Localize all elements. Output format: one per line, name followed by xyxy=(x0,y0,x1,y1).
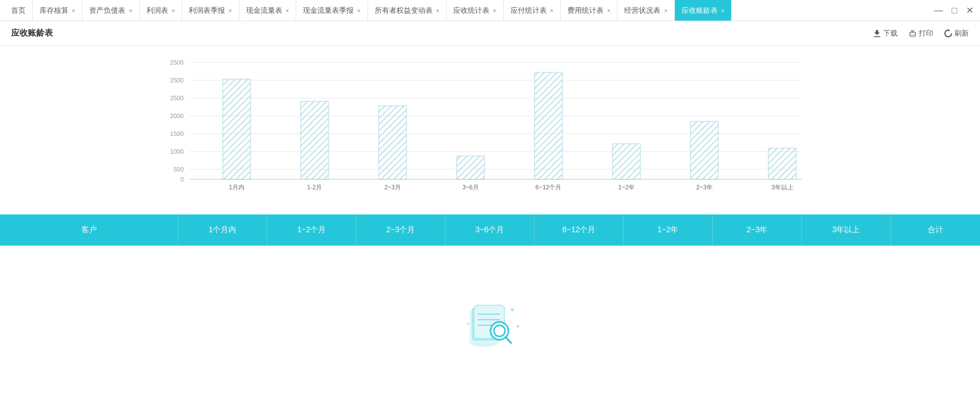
download-icon xyxy=(873,30,881,37)
svg-text:0: 0 xyxy=(180,176,184,183)
svg-text:2500: 2500 xyxy=(170,59,184,66)
print-button[interactable]: 打印 xyxy=(909,28,933,38)
table-header: 客户 1个月内 1~2个月 2~3个月 3~6个月 6~12个月 1~2年 2~… xyxy=(0,214,980,246)
tab-cashflow-quarter[interactable]: 现金流量表季报 × xyxy=(296,0,367,21)
tab-ar-aging[interactable]: 应收账龄表 × xyxy=(675,0,732,21)
svg-rect-2 xyxy=(911,30,914,32)
col-header-1m: 1个月内 xyxy=(178,214,267,246)
svg-rect-22 xyxy=(301,101,329,179)
tab-balance[interactable]: 资产负债表 × xyxy=(82,0,139,21)
svg-point-49 xyxy=(467,322,469,325)
svg-rect-24 xyxy=(457,156,484,179)
tab-close-profit[interactable]: × xyxy=(171,7,175,14)
tab-bar: 首页 库存核算 × 资产负债表 × 利润表 × 利润表季报 × 现金流量表 × … xyxy=(0,0,980,21)
tab-close-operation[interactable]: × xyxy=(664,7,667,14)
svg-text:2~3年: 2~3年 xyxy=(696,184,713,190)
svg-line-47 xyxy=(506,337,511,343)
tab-bar-actions: — □ ✕ xyxy=(932,5,976,16)
svg-point-50 xyxy=(517,325,519,327)
page-actions: 下载 打印 刷新 xyxy=(873,28,969,38)
tab-close-ar-aging[interactable]: × xyxy=(721,7,724,14)
svg-text:1500: 1500 xyxy=(170,130,184,137)
svg-text:3~6月: 3~6月 xyxy=(462,184,479,190)
svg-text:1月内: 1月内 xyxy=(229,184,244,190)
tab-close-profit-quarter[interactable]: × xyxy=(228,7,232,14)
col-header-total: 合计 xyxy=(891,214,980,246)
svg-rect-26 xyxy=(612,144,640,179)
main-content: 2500 2500 2500 2000 1500 1000 500 0 xyxy=(0,46,980,401)
col-header-1-2y: 1~2年 xyxy=(624,214,713,246)
svg-text:1-2月: 1-2月 xyxy=(307,184,322,190)
col-header-customer: 客户 xyxy=(0,214,178,246)
minimize-button[interactable]: — xyxy=(932,6,945,16)
svg-text:500: 500 xyxy=(174,166,184,173)
refresh-icon xyxy=(944,30,952,37)
svg-rect-1 xyxy=(910,32,915,36)
tab-profit-quarter[interactable]: 利润表季报 × xyxy=(182,0,239,21)
page-title: 应收账龄表 xyxy=(11,28,53,38)
page-header: 应收账龄表 下载 打印 刷新 xyxy=(0,21,980,46)
svg-text:2500: 2500 xyxy=(170,77,184,84)
chart-area: 2500 2500 2500 2000 1500 1000 500 0 xyxy=(0,46,980,214)
svg-text:3年以上: 3年以上 xyxy=(771,184,793,190)
svg-rect-28 xyxy=(768,148,796,179)
tab-close-cashflow[interactable]: × xyxy=(286,7,289,14)
col-header-1-2m: 1~2个月 xyxy=(267,214,356,246)
print-icon xyxy=(909,30,917,37)
col-header-2-3m: 2~3个月 xyxy=(356,214,445,246)
tab-equity[interactable]: 所有者权益变动表 × xyxy=(368,0,447,21)
tab-ar-stat[interactable]: 应收统计表 × xyxy=(447,0,503,21)
svg-rect-23 xyxy=(379,106,406,179)
svg-rect-0 xyxy=(874,36,880,37)
close-button[interactable]: ✕ xyxy=(964,5,976,16)
svg-text:2500: 2500 xyxy=(170,95,184,101)
svg-text:2~3月: 2~3月 xyxy=(384,184,401,190)
svg-rect-21 xyxy=(223,79,251,179)
svg-text:2000: 2000 xyxy=(170,113,184,119)
svg-rect-27 xyxy=(690,121,718,179)
col-header-6-12m: 6~12个月 xyxy=(535,214,624,246)
col-header-3y-plus: 3年以上 xyxy=(802,214,891,246)
aging-chart: 2500 2500 2500 2000 1500 1000 500 0 xyxy=(22,57,958,202)
download-button[interactable]: 下载 xyxy=(873,28,898,38)
empty-state-icon xyxy=(459,293,521,354)
tab-profit[interactable]: 利润表 × xyxy=(140,0,182,21)
svg-rect-3 xyxy=(911,35,914,35)
svg-rect-25 xyxy=(535,72,562,179)
tab-expense-stat[interactable]: 费用统计表 × xyxy=(561,0,618,21)
tab-operation[interactable]: 经营状况表 × xyxy=(618,0,674,21)
tab-close-ar-stat[interactable]: × xyxy=(493,7,496,14)
col-header-3-6m: 3~6个月 xyxy=(445,214,535,246)
tab-ap-stat[interactable]: 应付统计表 × xyxy=(504,0,561,21)
svg-text:1000: 1000 xyxy=(170,148,184,155)
maximize-button[interactable]: □ xyxy=(949,6,959,16)
col-header-2-3y: 2~3年 xyxy=(713,214,802,246)
tab-close-balance[interactable]: × xyxy=(129,7,132,14)
svg-text:1~2年: 1~2年 xyxy=(618,184,635,190)
tab-home[interactable]: 首页 xyxy=(4,0,33,21)
tab-cashflow[interactable]: 现金流量表 × xyxy=(239,0,296,21)
tab-close-equity[interactable]: × xyxy=(436,7,439,14)
tab-close-ap-stat[interactable]: × xyxy=(550,7,553,14)
tab-close-inventory[interactable]: × xyxy=(72,7,75,14)
tab-inventory[interactable]: 库存核算 × xyxy=(33,0,82,21)
empty-state xyxy=(0,246,980,401)
svg-point-48 xyxy=(511,308,514,311)
tab-close-expense-stat[interactable]: × xyxy=(607,7,610,14)
tab-close-cashflow-quarter[interactable]: × xyxy=(357,7,360,14)
svg-text:6~12个月: 6~12个月 xyxy=(536,184,562,190)
refresh-button[interactable]: 刷新 xyxy=(944,28,969,38)
